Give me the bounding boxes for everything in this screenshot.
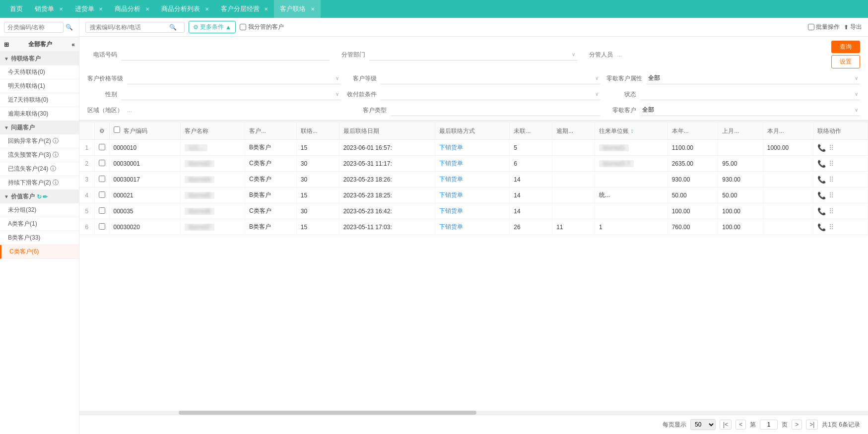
row-contact-method-link[interactable]: 下销货单 xyxy=(439,207,463,214)
row-action-phone-icon[interactable]: 📞 xyxy=(817,176,826,184)
row-action-phone-icon[interactable]: 📞 xyxy=(817,207,826,215)
horizontal-scrollbar[interactable] xyxy=(79,411,868,415)
row-action-more-icon[interactable]: ⠿ xyxy=(829,223,834,231)
prev-page-button[interactable]: < xyxy=(735,420,746,430)
row-account xyxy=(595,172,668,187)
my-customers-checkbox-wrap[interactable]: 我分管的客户 xyxy=(240,23,284,31)
nav-sales[interactable]: 销货单 ✕ xyxy=(29,0,69,18)
row-contact-method-link[interactable]: 下销货单 xyxy=(439,223,463,230)
nav-home[interactable]: 首页 xyxy=(4,0,29,18)
filter-status-select[interactable]: ∨ xyxy=(640,88,860,100)
row-action-phone-icon[interactable]: 📞 xyxy=(817,191,826,199)
row-action: 📞 ⠿ xyxy=(813,219,868,235)
row-contact-method-link[interactable]: 下销货单 xyxy=(439,144,463,151)
row-checkbox[interactable] xyxy=(99,160,105,166)
row-contact-days: 30 xyxy=(296,156,339,172)
filter-region-dots[interactable]: ... xyxy=(127,107,132,114)
select-all-checkbox[interactable] xyxy=(114,126,120,133)
row-action-more-icon[interactable]: ⠿ xyxy=(829,160,834,168)
sidebar-item-b-class[interactable]: B类客户(33) xyxy=(0,231,79,245)
filter-manager-label: 分管人员 xyxy=(583,51,613,59)
filter-customer-type-select[interactable] xyxy=(391,104,601,116)
batch-checkbox[interactable] xyxy=(808,24,814,30)
filter-payment: 收付款条件 ∨ xyxy=(347,88,601,100)
nav-product-analysis-list-close[interactable]: ✕ xyxy=(205,6,209,12)
row-contact-method-link[interactable]: 下销货单 xyxy=(439,160,463,167)
page-input[interactable] xyxy=(760,420,778,430)
batch-operation-button[interactable]: 批量操作 xyxy=(808,23,840,31)
filter-gender-select[interactable]: ∨ xyxy=(121,88,341,100)
row-action-phone-icon[interactable]: 📞 xyxy=(817,223,826,231)
row-num: 6 xyxy=(79,219,94,235)
filter-customer-grade-select[interactable]: ∨ xyxy=(381,72,601,84)
sidebar-search-icon[interactable]: 🔍 xyxy=(66,24,73,31)
row-contact-method-link[interactable]: 下销货单 xyxy=(439,176,463,183)
sidebar-group-pending[interactable]: ▼ 待联络客户 xyxy=(0,52,79,65)
sidebar-item-ungrouped[interactable]: 未分组(32) xyxy=(0,203,79,217)
search-input[interactable] xyxy=(90,24,169,31)
sidebar-group-value[interactable]: ▼ 价值客户 ↻ ✏ xyxy=(0,190,79,203)
per-page-select[interactable]: 10 20 50 100 xyxy=(690,419,716,430)
export-button[interactable]: ⬆ 导出 xyxy=(844,23,862,31)
sidebar-item-a-class[interactable]: A类客户(1) xyxy=(0,217,79,231)
row-action-more-icon[interactable]: ⠿ xyxy=(829,207,834,215)
row-checkbox[interactable] xyxy=(99,176,105,182)
sidebar-item-tomorrow[interactable]: 明天待联络(1) xyxy=(0,79,79,93)
filter-department-select[interactable]: ∨ xyxy=(369,49,578,61)
row-checkbox[interactable] xyxy=(99,207,105,214)
sidebar-item-churn-warning[interactable]: 流失预警客户(3) ⓘ xyxy=(0,148,79,162)
sidebar-group-value-refresh[interactable]: ↻ xyxy=(37,193,42,200)
filter-retail-attr: 零歇客户属性 全部 ∨ xyxy=(606,72,860,84)
sidebar-item-churned[interactable]: 已流失客户(24) ⓘ xyxy=(0,162,79,176)
filter-customer-level-select[interactable]: ∨ xyxy=(127,72,341,84)
sidebar-search-input[interactable] xyxy=(4,22,64,33)
nav-customer-tier-close[interactable]: ✕ xyxy=(264,6,268,12)
nav-product-analysis-close[interactable]: ✕ xyxy=(145,6,149,12)
sidebar-collapse-icon[interactable]: « xyxy=(71,41,75,48)
row-checkbox[interactable] xyxy=(99,223,105,230)
row-action-phone-icon[interactable]: 📞 xyxy=(817,160,826,168)
my-customers-checkbox[interactable] xyxy=(240,24,246,30)
next-page-button[interactable]: > xyxy=(792,420,802,430)
query-button[interactable]: 查询 xyxy=(831,41,860,53)
setting-button[interactable]: 设置 xyxy=(831,55,860,68)
row-name: blurred7 xyxy=(181,219,245,235)
sidebar-item-declining[interactable]: 持续下滑客户(2) ⓘ xyxy=(0,176,79,190)
nav-purchase[interactable]: 进货单 ✕ xyxy=(69,0,109,18)
filter-payment-select[interactable]: ∨ xyxy=(381,88,601,100)
filter-manager-dots[interactable]: ... xyxy=(617,51,622,58)
first-page-button[interactable]: |< xyxy=(720,420,732,430)
nav-sales-close[interactable]: ✕ xyxy=(59,6,63,12)
filter-phone-input[interactable] xyxy=(121,49,330,61)
sidebar-all-customers[interactable]: ⊞ 全部客户 « xyxy=(0,37,79,52)
nav-product-analysis-list[interactable]: 商品分析列表 ✕ xyxy=(155,0,215,18)
sidebar-item-7days[interactable]: 近7天待联络(0) xyxy=(0,93,79,107)
scrollbar-thumb[interactable] xyxy=(179,411,476,415)
nav-customer-tier[interactable]: 客户分层经营 ✕ xyxy=(215,0,274,18)
sidebar-group-problem[interactable]: ▼ 问题客户 xyxy=(0,121,79,134)
sidebar-group-value-edit[interactable]: ✏ xyxy=(43,193,48,200)
nav-product-analysis[interactable]: 商品分析 ✕ xyxy=(109,0,155,18)
filter-retail-attr-label: 零歇客户属性 xyxy=(606,74,642,83)
row-checkbox[interactable] xyxy=(99,191,105,198)
sidebar-item-repurchase-abnormal[interactable]: 回购异常客户(2) ⓘ xyxy=(0,134,79,148)
sidebar-item-overdue[interactable]: 逾期未联络(30) xyxy=(0,107,79,121)
row-action-more-icon[interactable]: ⠿ xyxy=(829,176,834,184)
search-icon[interactable]: 🔍 xyxy=(169,24,177,31)
nav-customer-contact[interactable]: 客户联络 ✕ xyxy=(274,0,321,18)
filter-retail-customer-select[interactable]: 全部 ∨ xyxy=(640,104,860,116)
row-action-more-icon[interactable]: ⠿ xyxy=(829,191,834,199)
row-contact-method-link[interactable]: 下销货单 xyxy=(439,191,463,198)
filter-retail-attr-select[interactable]: 全部 ∨ xyxy=(646,72,860,84)
more-condition-button[interactable]: ⚙ 更多条件 ▲ xyxy=(189,21,236,33)
settings-icon[interactable]: ⚙ xyxy=(99,127,105,134)
row-checkbox[interactable] xyxy=(99,144,105,150)
last-page-button[interactable]: >| xyxy=(806,420,818,430)
row-action-more-icon[interactable]: ⠿ xyxy=(829,144,834,152)
col-uncontacted-header: 未联... xyxy=(510,123,552,140)
row-action-phone-icon[interactable]: 📞 xyxy=(817,144,826,152)
nav-customer-contact-close[interactable]: ✕ xyxy=(311,6,315,12)
nav-purchase-close[interactable]: ✕ xyxy=(99,6,103,12)
sidebar-item-c-class[interactable]: C类客户(6) xyxy=(0,245,79,259)
sidebar-item-today[interactable]: 今天待联络(0) xyxy=(0,65,79,79)
